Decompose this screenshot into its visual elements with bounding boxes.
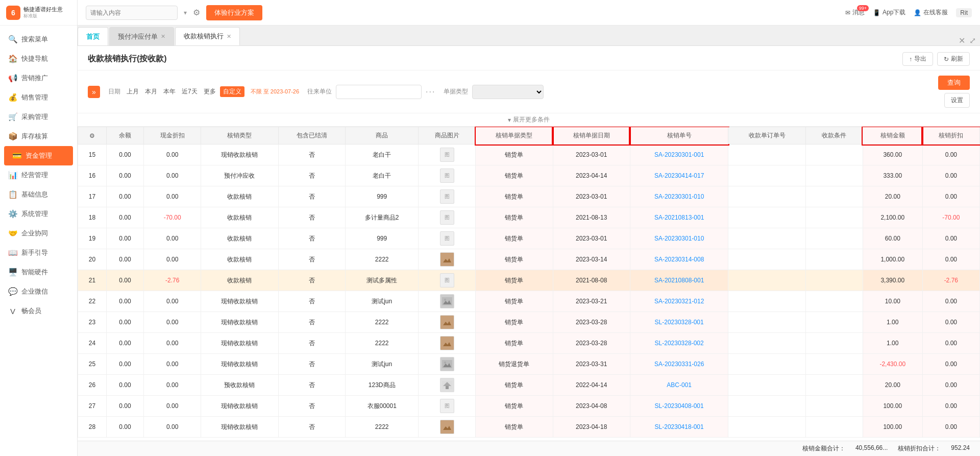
row-receipt-order-no xyxy=(728,354,805,375)
row-cancel-doc-no[interactable]: SA-20230301-010 xyxy=(630,186,728,207)
sidebar-item-basic[interactable]: 📋基础信息 xyxy=(0,185,77,204)
cancel-doc-no-link[interactable]: SA-20230331-026 xyxy=(654,361,704,368)
row-cancel-discount: 0.00 xyxy=(922,396,979,417)
sidebar-item-quicknav[interactable]: 🏠快捷导航 xyxy=(0,49,77,68)
row-cancel-doc-no[interactable]: SA-20230301-001 xyxy=(630,145,728,165)
row-cancel-doc-no[interactable]: SL-20230408-001 xyxy=(630,396,728,417)
cancel-doc-no-link[interactable]: SA-20230414-017 xyxy=(654,172,704,179)
row-cancel-doc-type: 销货单 xyxy=(476,312,553,333)
cancel-doc-no-link[interactable]: SA-20230301-010 xyxy=(654,235,704,242)
table-row: 21 0.00 -2.76 收款核销 否 测试多属性 图 销货单 2021-08… xyxy=(78,270,980,291)
sidebar-item-finance[interactable]: 💳资金管理 xyxy=(4,146,73,165)
sidebar-item-corp[interactable]: 🤝企业协同 xyxy=(0,224,77,243)
cancel-doc-no-link[interactable]: SL-20230408-001 xyxy=(655,402,704,410)
message-btn[interactable]: ✉ 消息 99+ xyxy=(845,8,865,17)
filter-settings-btn[interactable]: 设置 xyxy=(944,93,970,108)
date-more-btn[interactable]: 更多 xyxy=(202,86,218,97)
sidebar-item-purchase[interactable]: 🛒采购管理 xyxy=(0,107,77,127)
sidebar-item-hardware[interactable]: 🖥️智能硬件 xyxy=(0,262,77,282)
sidebar-item-member[interactable]: V畅会员 xyxy=(0,301,77,321)
query-btn[interactable]: 查询 xyxy=(938,76,970,90)
app-download-btn[interactable]: 📱 App下载 xyxy=(873,8,905,17)
sidebar-item-wechat[interactable]: 💬企业微信 xyxy=(0,282,77,301)
sidebar-item-inventory[interactable]: 📦库存核算 xyxy=(0,127,77,146)
service-btn[interactable]: 👤 在线客服 xyxy=(914,8,948,17)
cancel-doc-no-link[interactable]: SA-20230301-010 xyxy=(654,193,704,200)
tab-home[interactable]: 首页 xyxy=(78,27,108,45)
page-content: 收款核销执行(按收款) ↑ 导出 ↻ 刷新 » 日期 上月 本月 本 xyxy=(78,46,980,456)
row-product: 测试jun xyxy=(346,354,419,375)
sidebar-item-system[interactable]: ⚙️系统管理 xyxy=(0,204,77,224)
filter-type-select[interactable] xyxy=(472,85,544,99)
row-cancel-doc-type: 销货单 xyxy=(476,165,553,186)
row-product: 测试jun xyxy=(346,291,419,312)
row-cancel-doc-type: 销货单 xyxy=(476,333,553,354)
tab-receipt[interactable]: 收款核销执行 ✕ xyxy=(175,27,240,45)
date-curr-year-btn[interactable]: 本年 xyxy=(161,86,178,97)
row-product: 2222 xyxy=(346,312,419,333)
row-cancel-doc-no[interactable]: SA-20230331-026 xyxy=(630,354,728,375)
sidebar-label-quicknav: 快捷导航 xyxy=(21,54,48,63)
export-btn[interactable]: ↑ 导出 xyxy=(902,52,933,66)
row-cancel-doc-no[interactable]: SL-20230328-001 xyxy=(630,312,728,333)
header-search-input[interactable] xyxy=(86,6,178,20)
row-no: 24 xyxy=(78,333,107,354)
filter-action-btns: 查询 设置 xyxy=(938,76,970,108)
row-cancel-amount: 20.00 xyxy=(863,186,922,207)
cancel-doc-no-link[interactable]: SA-20230301-001 xyxy=(654,151,704,158)
tab-receipt-close-icon[interactable]: ✕ xyxy=(227,33,231,40)
tab-prepay-close-icon[interactable]: ✕ xyxy=(161,33,165,40)
date-custom-btn[interactable]: 自定义 xyxy=(220,86,244,97)
expand-more-btn[interactable]: ▾ 展开更多条件 xyxy=(508,115,550,124)
sidebar-item-guide[interactable]: 📖新手引导 xyxy=(0,243,77,262)
cancel-doc-no-link[interactable]: SA-20230321-012 xyxy=(654,298,704,305)
sidebar-label-marketing: 营销推广 xyxy=(21,74,48,83)
row-cancel-doc-no[interactable]: SL-20230418-001 xyxy=(630,417,728,438)
sidebar-item-operations[interactable]: 📊经营管理 xyxy=(0,165,77,185)
row-cancel-doc-no[interactable]: SL-20230328-002 xyxy=(630,333,728,354)
header-gear-icon[interactable]: ⚙ xyxy=(193,8,200,17)
row-cancel-doc-no[interactable]: SA-20210808-001 xyxy=(630,270,728,291)
refresh-btn[interactable]: ↻ 刷新 xyxy=(937,52,970,66)
sidebar-icon-search: 🔍 xyxy=(8,35,17,44)
row-cancel-type: 现销收款核销 xyxy=(201,312,278,333)
date-prev-month-btn[interactable]: 上月 xyxy=(125,86,141,97)
row-product-img: 图 xyxy=(419,270,476,291)
cancel-doc-no-link[interactable]: SL-20230418-001 xyxy=(655,423,704,430)
row-no: 22 xyxy=(78,291,107,312)
row-cancel-doc-no[interactable]: SA-20230321-012 xyxy=(630,291,728,312)
date-7days-btn[interactable]: 近7天 xyxy=(180,86,200,97)
filter-date-group: 日期 上月 本月 本年 近7天 更多 自定义 不限 至 2023-07-26 xyxy=(108,86,299,97)
tab-home-label: 首页 xyxy=(86,32,100,41)
row-cancel-doc-no[interactable]: SA-20230301-010 xyxy=(630,228,728,249)
cancel-doc-no-link[interactable]: SL-20230328-002 xyxy=(655,340,704,347)
row-cancel-doc-no[interactable]: ABC-001 xyxy=(630,375,728,396)
row-cash-discount: 0.00 xyxy=(144,396,201,417)
row-cancel-doc-no[interactable]: SA-20230414-017 xyxy=(630,165,728,186)
row-cancel-discount: 0.00 xyxy=(922,249,979,270)
row-cancel-doc-no[interactable]: SA-20230314-008 xyxy=(630,249,728,270)
sidebar-item-sales[interactable]: 💰销售管理 xyxy=(0,88,77,107)
industry-btn[interactable]: 体验行业方案 xyxy=(206,5,262,20)
sidebar-item-search[interactable]: 🔍搜索菜单 xyxy=(0,30,77,49)
sidebar-item-marketing[interactable]: 📢营销推广 xyxy=(0,68,77,88)
tab-close-action-icon[interactable]: ✕ xyxy=(959,36,965,45)
cancel-doc-no-link[interactable]: SA-20230314-008 xyxy=(654,256,704,263)
tab-expand-action-icon[interactable]: ⤢ xyxy=(969,36,976,45)
cancel-doc-no-link[interactable]: SL-20230328-001 xyxy=(655,319,704,326)
table-footer: 核销金额合计： 40,556,66... 核销折扣合计： 952.24 xyxy=(78,441,980,456)
date-curr-month-btn[interactable]: 本月 xyxy=(143,86,159,97)
row-cancel-doc-date: 2023-04-18 xyxy=(553,417,630,438)
sidebar-icon-member: V xyxy=(8,306,17,316)
cancel-doc-no-link[interactable]: SA-20210808-001 xyxy=(654,277,704,284)
filter-source-dots[interactable]: ··· xyxy=(426,87,435,97)
tab-prepay[interactable]: 预付冲应付单 ✕ xyxy=(109,27,174,45)
row-product: 2222 xyxy=(346,249,419,270)
row-cancel-doc-type: 销货单 xyxy=(476,396,553,417)
col-product: 商品 xyxy=(346,127,419,145)
cancel-doc-no-link[interactable]: ABC-001 xyxy=(667,381,692,389)
cancel-doc-no-link[interactable]: SA-20210813-001 xyxy=(654,214,704,221)
filter-source-input[interactable] xyxy=(336,85,422,99)
filter-expand-btn[interactable]: » xyxy=(88,86,100,98)
row-cancel-doc-no[interactable]: SA-20210813-001 xyxy=(630,207,728,228)
